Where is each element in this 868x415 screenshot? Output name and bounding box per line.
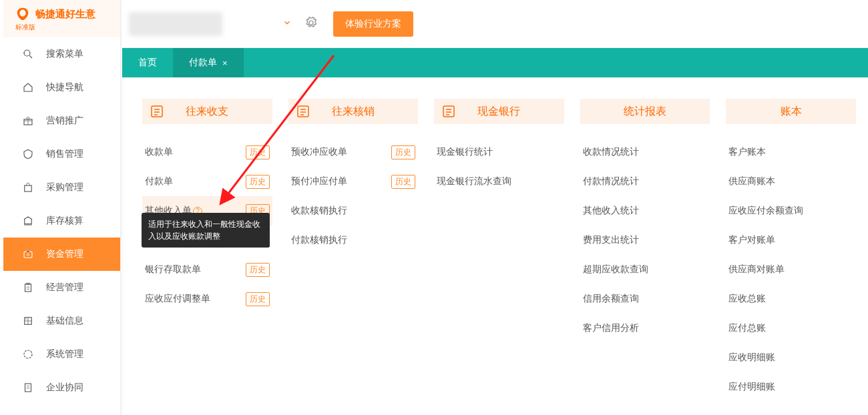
svg-rect-9 xyxy=(25,284,31,292)
list-item[interactable]: 信用余额查询 xyxy=(580,284,710,314)
sidebar-item-label: 基础信息 xyxy=(46,315,83,327)
history-badge[interactable]: 历史 xyxy=(391,175,415,189)
item-label: 应付总账 xyxy=(728,322,766,334)
list-item[interactable]: 付款情况统计 xyxy=(580,167,710,196)
column-title: 往来核销 xyxy=(332,105,375,119)
list-item[interactable]: 收款核销执行 xyxy=(288,196,419,226)
column-header: 账本 xyxy=(726,99,856,124)
list-item[interactable]: 供应商账本 xyxy=(726,167,856,196)
list-item[interactable]: 客户信用分析 xyxy=(580,314,710,343)
item-label: 供应商对账单 xyxy=(728,264,785,276)
svg-rect-7 xyxy=(24,252,32,258)
list-item[interactable]: 供应商对账单 xyxy=(726,255,856,284)
list-item[interactable]: 付款单历史 xyxy=(142,167,272,196)
list-item[interactable]: 现金银行流水查询 xyxy=(434,167,564,196)
sidebar-item-label: 企业协同 xyxy=(46,382,83,394)
column-2: 现金银行现金银行统计现金银行流水查询 xyxy=(434,99,564,402)
item-label: 客户信用分析 xyxy=(583,322,639,334)
column-title: 统计报表 xyxy=(624,105,666,119)
column-4: 账本客户账本供应商账本应收应付余额查询客户对账单供应商对账单应收总账应付总账应收… xyxy=(726,99,856,402)
sidebar-item-label: 采购管理 xyxy=(46,181,83,193)
tab-0[interactable]: 首页 xyxy=(122,48,173,77)
sidebar-item-label: 快捷导航 xyxy=(46,81,83,93)
sync-icon xyxy=(22,348,34,360)
org-name-blurred xyxy=(129,12,222,36)
sidebar-item-doc[interactable]: 企业协同 xyxy=(3,371,120,404)
item-label: 现金银行流水查询 xyxy=(437,175,511,187)
history-badge[interactable]: 历史 xyxy=(246,292,270,306)
list-item[interactable]: 收款情况统计 xyxy=(580,137,710,167)
item-label: 信用余额查询 xyxy=(583,293,639,305)
sidebar-item-label: 搜索菜单 xyxy=(46,48,83,60)
list-item[interactable]: 应收总账 xyxy=(726,284,856,314)
sidebar-item-home[interactable]: 快捷导航 xyxy=(3,71,120,104)
item-label: 应付明细账 xyxy=(728,381,775,393)
tab-1[interactable]: 付款单× xyxy=(173,48,244,77)
badge-icon xyxy=(22,148,34,160)
column-header: 往来核销 xyxy=(288,99,419,124)
list-item[interactable]: 收款单历史 xyxy=(142,137,272,167)
history-badge[interactable]: 历史 xyxy=(246,263,270,277)
item-label: 超期应收款查询 xyxy=(583,264,648,276)
list-item[interactable]: 客户账本 xyxy=(726,137,856,167)
chevron-down-icon[interactable] xyxy=(282,18,292,30)
item-label: 预付冲应付单 xyxy=(291,175,347,187)
column-list: 预收冲应收单历史预付冲应付单历史收款核销执行付款核销执行 xyxy=(288,124,419,255)
item-label: 客户对账单 xyxy=(728,234,775,246)
list-item[interactable]: 应付总账 xyxy=(726,314,856,343)
list-item[interactable]: 预收冲应收单历史 xyxy=(288,137,419,167)
tabstrip: 首页付款单× xyxy=(122,48,868,77)
item-label: 供应商账本 xyxy=(728,175,775,187)
history-badge[interactable]: 历史 xyxy=(391,145,415,159)
sidebar-item-label: 库存核算 xyxy=(46,215,83,227)
sidebar-item-grid[interactable]: 基础信息 xyxy=(3,304,120,338)
list-item[interactable]: 应付明细账 xyxy=(726,372,856,402)
list-item[interactable]: 客户对账单 xyxy=(726,226,856,255)
list-item[interactable]: 付款核销执行 xyxy=(288,226,419,255)
gear-icon[interactable] xyxy=(305,17,317,31)
tab-label: 付款单 xyxy=(189,57,217,69)
sidebar-item-sync[interactable]: 系统管理 xyxy=(3,338,120,371)
list-item[interactable]: 预付冲应付单历史 xyxy=(288,167,419,196)
column-0: 往来收支收款单历史付款单历史其他收入单?历史历史银行存取款单历史应收应付调整单历… xyxy=(142,99,272,402)
history-badge[interactable]: 历史 xyxy=(246,175,270,189)
list-item[interactable]: 应收应付余额查询 xyxy=(726,196,856,226)
item-label: 费用支出统计 xyxy=(583,234,639,246)
history-badge[interactable]: 历史 xyxy=(246,145,270,159)
close-icon[interactable]: × xyxy=(222,58,228,68)
sidebar-item-badge[interactable]: 销售管理 xyxy=(3,137,120,171)
main-area: 体验行业方案 首页付款单× 往来收支收款单历史付款单历史其他收入单?历史历史银行… xyxy=(122,0,868,415)
column-header: 往来收支 xyxy=(142,99,272,124)
column-title: 现金银行 xyxy=(477,105,520,119)
sidebar-item-search[interactable]: 搜索菜单 xyxy=(3,37,120,71)
item-label: 应收应付余额查询 xyxy=(728,205,803,217)
column-header: 现金银行 xyxy=(434,99,564,124)
sidebar-item-gift[interactable]: 营销推广 xyxy=(3,104,120,137)
item-label: 现金银行统计 xyxy=(437,146,493,158)
column-list: 客户账本供应商账本应收应付余额查询客户对账单供应商对账单应收总账应付总账应收明细… xyxy=(726,124,856,402)
svg-rect-6 xyxy=(25,185,32,191)
list-item[interactable]: 应收明细账 xyxy=(726,343,856,372)
sidebar-item-clipboard[interactable]: 经营管理 xyxy=(3,271,120,304)
svg-rect-18 xyxy=(25,384,31,392)
sidebar-item-bank[interactable]: 库存核算 xyxy=(3,204,120,238)
svg-point-16 xyxy=(25,318,27,320)
column-3: 统计报表收款情况统计付款情况统计其他收入统计费用支出统计超期应收款查询信用余额查… xyxy=(580,99,710,402)
sidebar-item-bag[interactable]: 采购管理 xyxy=(3,171,120,204)
sidebar: 畅捷通好生意 标准版 搜索菜单快捷导航营销推广销售管理采购管理库存核算资金管理经… xyxy=(3,0,121,415)
column-1: 往来核销预收冲应收单历史预付冲应付单历史收款核销执行付款核销执行 xyxy=(288,99,419,402)
item-label: 付款核销执行 xyxy=(291,234,347,246)
list-item[interactable]: 银行存取款单历史 xyxy=(142,255,272,284)
industry-plan-button[interactable]: 体验行业方案 xyxy=(333,11,413,37)
clipboard-icon xyxy=(22,282,34,294)
sidebar-item-label: 资金管理 xyxy=(46,248,83,260)
item-label: 收款单 xyxy=(145,146,173,158)
list-item[interactable]: 应收应付调整单历史 xyxy=(142,284,272,314)
sidebar-item-wallet[interactable]: 资金管理 xyxy=(3,238,120,271)
list-item[interactable]: 其他收入统计 xyxy=(580,196,710,226)
doc-icon xyxy=(441,103,457,119)
list-item[interactable]: 费用支出统计 xyxy=(580,226,710,255)
sidebar-item-label: 销售管理 xyxy=(46,148,83,160)
list-item[interactable]: 超期应收款查询 xyxy=(580,255,710,284)
list-item[interactable]: 现金银行统计 xyxy=(434,137,564,167)
